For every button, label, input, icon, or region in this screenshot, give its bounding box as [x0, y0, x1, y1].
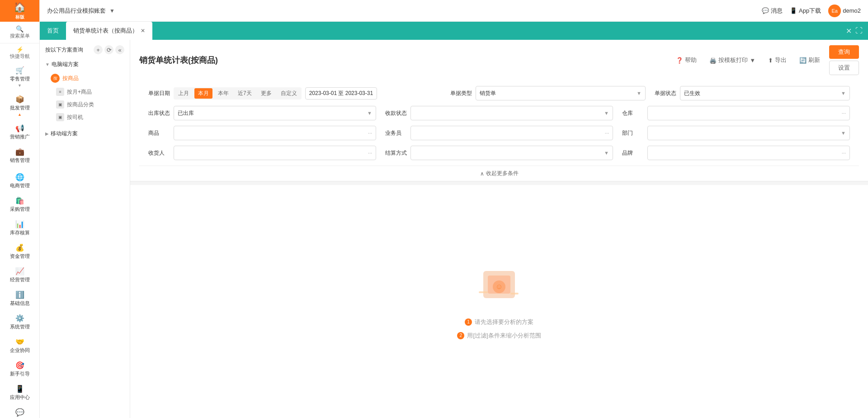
sidebar-item-appcenter[interactable]: 📱 应用中心 — [0, 381, 39, 404]
search-menu-item[interactable]: 🔍 搜索菜单 — [0, 22, 39, 43]
right-panel: 销货单统计表(按商品) ❓ 帮助 🖨️ 按模板打印 ▼ ⬆ — [130, 40, 868, 418]
refresh-btn[interactable]: 🔄 刷新 — [796, 54, 824, 66]
collapse-conditions-btn[interactable]: ∧ 收起更多条件 — [480, 170, 519, 177]
sidebar-item-ecommerce[interactable]: 🌐 电商管理 — [0, 169, 39, 193]
filter-doc-status: 单据状态 已生效 ▼ — [655, 86, 850, 100]
appcenter-label: 应用中心 — [10, 394, 30, 401]
sidebar-item-marketing[interactable]: 📢 营销推广 — [0, 120, 39, 144]
minimize-icon[interactable]: ✕ — [846, 27, 852, 35]
sidebar-item-operations[interactable]: 📈 经营管理 — [0, 263, 39, 287]
maximize-icon[interactable]: ⛶ — [855, 27, 863, 35]
collapse-chevron-icon: ∧ — [480, 171, 484, 177]
date-range-input[interactable]: 2023-03-01 至 2023-03-31 — [305, 87, 377, 100]
home-tab-label: 首页 — [47, 27, 59, 35]
corpwechat-icon: 💬 — [15, 408, 24, 417]
sidebar-item-sales[interactable]: 💼 销售管理 — [0, 144, 39, 167]
settings-btn[interactable]: 设置 — [829, 61, 859, 75]
tree-item-by-goods-category[interactable]: ▣ 按商品分类 — [40, 98, 130, 111]
sidebar-item-finance[interactable]: 💰 资金管理 — [0, 240, 39, 263]
system-label: 系统管理 — [10, 323, 30, 330]
tree-item-by-cashier[interactable]: ▣ 按司机 — [40, 111, 130, 124]
help-label: 帮助 — [685, 56, 697, 64]
user-menu[interactable]: Ea demo2 — [828, 5, 861, 17]
recipient-select[interactable]: ··· — [174, 146, 376, 160]
tree-item-by-goods[interactable]: 按 按商品 — [40, 71, 130, 86]
sidebar-item-retail[interactable]: 🛒 零售管理 ▼ — [0, 62, 39, 91]
topbar-right: 💬 消息 📱 App下载 Ea demo2 — [762, 5, 861, 17]
sidebar-item-wholesale[interactable]: 📦 批发管理 ▲ — [0, 91, 39, 120]
export-icon: ⬆ — [768, 57, 773, 64]
department-select[interactable]: ▼ — [647, 126, 850, 140]
collapse-panel-btn[interactable]: « — [115, 45, 124, 54]
sidebar-item-corpwechat[interactable]: 💬 企业微信 — [0, 404, 39, 418]
empty-illustration: ☺ — [472, 262, 526, 309]
filter-department: 部门 ▼ — [622, 126, 850, 140]
sidebar-item-enterprise[interactable]: 🤝 企业协同 — [0, 334, 39, 357]
sidebar-item-system[interactable]: ⚙️ 系统管理 — [0, 310, 39, 334]
sidebar-item-purchase[interactable]: 🛍️ 采购管理 — [0, 193, 39, 216]
purchase-icon: 🛍️ — [15, 196, 24, 205]
tree-pc-section[interactable]: ▼ 电脑端方案 — [40, 58, 130, 71]
receipt-status-select[interactable]: ▼ — [410, 106, 613, 120]
date-tab-more[interactable]: 更多 — [257, 88, 275, 99]
goods-select[interactable]: ··· — [174, 126, 376, 140]
export-btn[interactable]: ⬆ 导出 — [764, 54, 790, 66]
inventory-label: 库存核算 — [10, 229, 30, 236]
sidebar-item-newbie[interactable]: 🎯 新手引导 — [0, 357, 39, 381]
brand-select[interactable]: ··· — [647, 146, 850, 160]
sales-stats-tab-label: 销货单统计表（按商品） — [73, 27, 138, 35]
sales-label: 销售管理 — [10, 157, 30, 164]
message-btn[interactable]: 💬 消息 — [762, 7, 783, 15]
settlement-select[interactable]: ▼ — [410, 146, 613, 160]
add-scheme-btn[interactable]: + — [94, 45, 103, 54]
tab-home[interactable]: 首页 — [40, 22, 66, 40]
date-tab-custom[interactable]: 自定义 — [277, 88, 301, 99]
wholesale-label: 批发管理 — [10, 104, 30, 111]
date-tab-7days[interactable]: 近7天 — [234, 88, 255, 99]
message-icon: 💬 — [762, 7, 769, 14]
brand-more-icon: ··· — [842, 150, 846, 156]
out-status-select[interactable]: 已出库 ▼ — [174, 106, 376, 120]
warehouse-select[interactable]: ··· — [647, 106, 850, 120]
industry-dropdown[interactable]: ▼ — [109, 8, 115, 14]
by-goods-icon: 按 — [51, 74, 60, 83]
empty-svg-icon: ☺ — [472, 262, 526, 307]
page-header-top: 销货单统计表(按商品) ❓ 帮助 🖨️ 按模板打印 ▼ ⬆ — [139, 45, 859, 75]
date-label: 单据日期 — [148, 90, 170, 97]
goods-label: 商品 — [148, 129, 170, 137]
refresh-scheme-btn[interactable]: ⟳ — [104, 45, 113, 54]
operations-label: 经营管理 — [10, 276, 30, 283]
date-tab-thismonth[interactable]: 本月 — [194, 88, 212, 99]
template-print-btn[interactable]: 🖨️ 按模板打印 ▼ — [706, 54, 759, 66]
ecommerce-label: 电商管理 — [10, 182, 30, 189]
settlement-dropdown-icon: ▼ — [604, 150, 609, 156]
date-tab-thisyear[interactable]: 本年 — [214, 88, 232, 99]
doc-status-value: 已生效 — [684, 90, 700, 97]
out-status-dropdown-icon: ▼ — [367, 110, 372, 116]
doc-type-select[interactable]: 销货单 ▼ — [476, 86, 646, 100]
filter-warehouse: 仓库 ··· — [622, 106, 850, 120]
app-download-btn[interactable]: 📱 App下载 — [790, 7, 821, 15]
tree-item-by-goods-category-label: 按商品分类 — [67, 101, 94, 109]
date-tab-lastmonth[interactable]: 上月 — [175, 88, 193, 99]
doc-status-label: 单据状态 — [655, 90, 676, 97]
doc-status-select[interactable]: 已生效 ▼ — [680, 86, 850, 100]
sidebar-item-inventory[interactable]: 📊 库存核算 — [0, 216, 39, 240]
main-area: 办公用品行业模拟账套 ▼ 💬 消息 📱 App下载 Ea demo2 首页 — [40, 0, 868, 418]
basic-label: 基础信息 — [10, 300, 30, 307]
tab-sales-stats[interactable]: 销货单统计表（按商品） ✕ — [66, 22, 152, 40]
salesperson-select[interactable]: ··· — [410, 126, 613, 140]
tree-mobile-section[interactable]: ▶ 移动端方案 — [40, 127, 130, 140]
refresh-page-icon: 🔄 — [799, 57, 807, 64]
sidebar-item-basic[interactable]: ℹ️ 基础信息 — [0, 287, 39, 310]
sidebar: 🏠 标版 🔍 搜索菜单 ⚡ 快捷导航 🛒 零售管理 ▼ 📦 批发管理 ▲ 📢 营… — [0, 0, 40, 418]
doc-type-value: 销货单 — [480, 90, 496, 97]
receipt-status-dropdown-icon: ▼ — [604, 110, 609, 116]
tree-item-by-month-goods[interactable]: ≡ 按月+商品 — [40, 86, 130, 98]
help-btn[interactable]: ❓ 帮助 — [672, 54, 700, 66]
appcenter-icon: 📱 — [15, 385, 24, 393]
quick-nav-item[interactable]: ⚡ 快捷导航 — [0, 43, 39, 62]
query-btn[interactable]: 查询 — [829, 45, 859, 59]
tab-close-btn[interactable]: ✕ — [141, 28, 145, 34]
tree-section: ▼ 电脑端方案 按 按商品 ≡ 按月+商品 ▣ 按商品分类 — [40, 58, 130, 140]
